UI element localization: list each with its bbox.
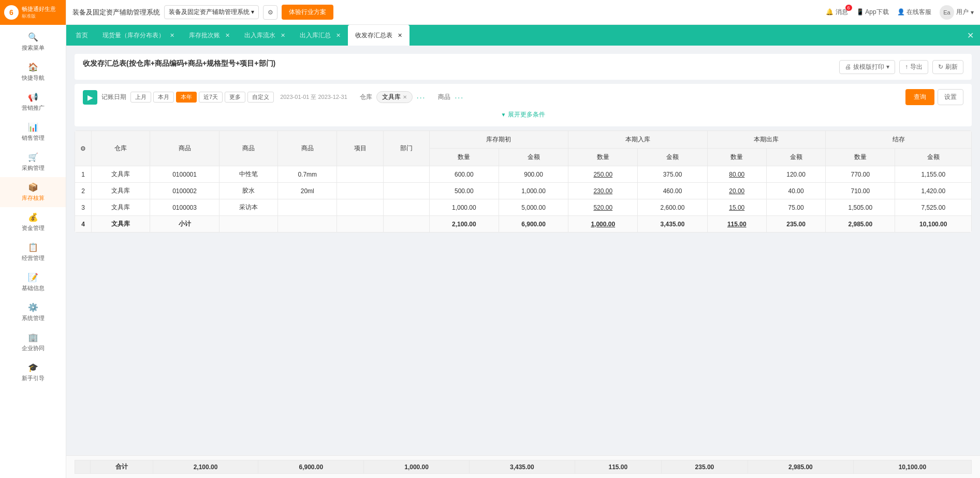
experience-btn[interactable]: 体验行业方案 — [282, 5, 333, 20]
sidebar: 6 畅捷通好生意 标准版 🔍 搜索菜单 🏠 快捷导航 📢 营销推广 📊 销售管理… — [0, 0, 66, 478]
sidebar-item-guide[interactable]: 🎓 新手引导 — [0, 357, 66, 387]
bottom-bar: 合计 2,100.00 6,900.00 1,000.00 3,435.00 1… — [66, 455, 980, 478]
tab-bar: 首页 现货量（库存分布表） ✕ 库存批次账 ✕ 出入库流水 ✕ 出入库汇总 ✕ … — [66, 25, 980, 46]
total-row: 合计 2,100.00 6,900.00 1,000.00 3,435.00 1… — [75, 460, 972, 474]
online-service-btn[interactable]: 👤 在线客服 — [897, 8, 931, 17]
total-close-qty: 2,985.00 — [748, 460, 854, 474]
th-closing: 结存 — [826, 131, 972, 149]
data-table: ⚙ 仓库 商品 商品 商品 — [75, 131, 972, 233]
service-icon: 👤 — [897, 8, 905, 16]
total-out-amount: 235.00 — [661, 460, 748, 474]
sidebar-item-finance[interactable]: 💰 资金管理 — [0, 207, 66, 237]
th-period-out: 本期出库 — [707, 131, 826, 149]
sidebar-item-operations[interactable]: 📋 经营管理 — [0, 237, 66, 267]
page-title: 收发存汇总表(按仓库+商品编码+商品+规格型号+项目+部门) — [83, 59, 275, 68]
tab-inout-flow[interactable]: 出入库流水 ✕ — [237, 25, 292, 46]
th-goods-spec: 商品 — [278, 131, 337, 166]
tab-close-inout-flow[interactable]: ✕ — [281, 33, 285, 38]
app-download-btn[interactable]: 📱 App下载 — [856, 8, 889, 17]
sidebar-item-marketing[interactable]: 📢 营销推广 — [0, 87, 66, 117]
th-out-qty: 数量 — [707, 149, 766, 166]
search-icon: 🔍 — [28, 32, 38, 42]
th-warehouse: 仓库 — [92, 131, 150, 166]
page-body: 收发存汇总表(按仓库+商品编码+商品+规格型号+项目+部门) 🖨 拔模版打印 ▾… — [66, 46, 980, 455]
th-period-in: 本期入库 — [568, 131, 707, 149]
refresh-btn[interactable]: ↻ 刷新 — [932, 60, 963, 74]
settings-btn[interactable]: 设置 — [938, 89, 963, 105]
tab-recv-send-summary[interactable]: 收发存汇总表 ✕ — [348, 25, 409, 46]
gear-button[interactable]: ⚙ — [263, 5, 277, 20]
logo-icon: 6 — [4, 5, 19, 20]
sidebar-item-enterprise[interactable]: 🏢 企业协同 — [0, 327, 66, 357]
notifications-btn[interactable]: 🔔 消息 6 — [826, 8, 847, 17]
tab-home[interactable]: 首页 — [68, 25, 95, 46]
tab-close-recv-send[interactable]: ✕ — [398, 33, 402, 38]
total-label: 合计 — [91, 460, 153, 474]
user-menu[interactable]: Ea 用户 ▾ — [940, 5, 974, 20]
table-row: 3 文具库 0100003 采访本 1,000.00 5,000.00 520.… — [75, 199, 972, 216]
sidebar-item-inventory[interactable]: 📦 库存核算 — [0, 177, 66, 207]
subtotal-row: 4 文具库 小计 2,100.00 6,900.00 1,000.00 3,43… — [75, 216, 972, 233]
sidebar-item-purchase[interactable]: 🛒 采购管理 — [0, 147, 66, 177]
date-btn-this-year[interactable]: 本年 — [176, 92, 197, 103]
main-content: 装备及固定资产辅助管理系统 装备及固定资产辅助管理系统 ▾ ⚙ 体验行业方案 🔔… — [66, 0, 980, 478]
date-filter-label: 记账日期 — [101, 93, 126, 102]
tab-close-stock-dist[interactable]: ✕ — [170, 33, 174, 38]
sidebar-logo: 6 畅捷通好生意 标准版 — [0, 0, 66, 25]
sidebar-item-search[interactable]: 🔍 搜索菜单 — [0, 27, 66, 57]
th-close-amount: 金额 — [895, 149, 972, 166]
th-out-amount: 金额 — [766, 149, 825, 166]
tab-stock-dist[interactable]: 现货量（库存分布表） ✕ — [95, 25, 182, 46]
system-dropdown[interactable]: 装备及固定资产辅助管理系统 ▾ — [164, 5, 259, 19]
print-btn[interactable]: 🖨 拔模版打印 ▾ — [839, 60, 895, 74]
expand-more-btn[interactable]: ▼ 展开更多条件 — [499, 108, 548, 121]
th-project: 项目 — [337, 131, 383, 166]
query-btn[interactable]: 查询 — [905, 89, 934, 105]
topbar: 装备及固定资产辅助管理系统 装备及固定资产辅助管理系统 ▾ ⚙ 体验行业方案 🔔… — [66, 0, 980, 25]
tab-inout-summary[interactable]: 出入库汇总 ✕ — [292, 25, 348, 46]
close-all-tabs-btn[interactable]: ✕ — [963, 31, 978, 40]
total-in-amount: 3,435.00 — [469, 460, 575, 474]
marketing-icon: 📢 — [28, 92, 38, 102]
total-out-qty: 115.00 — [575, 460, 661, 474]
warehouse-tag[interactable]: 文具库 ✕ — [376, 91, 413, 103]
th-settings[interactable]: ⚙ — [75, 131, 92, 166]
sales-icon: 📊 — [28, 122, 38, 132]
th-close-qty: 数量 — [826, 149, 895, 166]
date-btn-more[interactable]: 更多 — [225, 92, 245, 103]
tab-close-batch[interactable]: ✕ — [225, 33, 230, 38]
filter-expand-btn[interactable]: ▶ — [83, 90, 97, 105]
tab-batch[interactable]: 库存批次账 ✕ — [182, 25, 237, 46]
total-close-amount: 10,100.00 — [853, 460, 971, 474]
th-goods-code: 商品 — [150, 131, 219, 166]
sidebar-item-basic-info[interactable]: 📝 基础信息 — [0, 267, 66, 297]
sidebar-item-sales[interactable]: 📊 销售管理 — [0, 117, 66, 147]
th-open-amount: 金额 — [499, 149, 568, 166]
date-btn-custom[interactable]: 自定义 — [247, 92, 274, 103]
date-range: 2023-01-01 至 2023-12-31 — [280, 93, 347, 101]
logo-text: 畅捷通好生意 — [22, 5, 56, 13]
date-btn-last-month[interactable]: 上月 — [130, 92, 151, 103]
table-row: 1 文具库 0100001 中性笔 0.7mm 600.00 900.00 25… — [75, 166, 972, 183]
date-buttons: 上月 本月 本年 近7天 更多 自定义 — [130, 92, 274, 103]
logo-sub: 标准版 — [22, 13, 56, 20]
th-in-amount: 金额 — [638, 149, 707, 166]
warehouse-tag-remove[interactable]: ✕ — [403, 94, 407, 100]
system-title: 装备及固定资产辅助管理系统 — [72, 8, 160, 17]
finance-icon: 💰 — [28, 212, 38, 222]
basic-info-icon: 📝 — [28, 272, 38, 282]
avatar: Ea — [940, 5, 954, 20]
date-btn-this-month[interactable]: 本月 — [153, 92, 174, 103]
export-btn[interactable]: ↑ 导出 — [899, 60, 928, 74]
sidebar-item-quick-nav[interactable]: 🏠 快捷导航 — [0, 57, 66, 87]
expand-more-icon: ▼ — [501, 112, 506, 118]
goods-more-btn[interactable]: ··· — [455, 93, 464, 102]
tab-close-inout-summary[interactable]: ✕ — [336, 33, 341, 38]
sidebar-item-system[interactable]: ⚙️ 系统管理 — [0, 297, 66, 327]
guide-icon: 🎓 — [28, 363, 38, 372]
warehouse-filter-label: 仓库 — [360, 93, 372, 102]
purchase-icon: 🛒 — [28, 152, 38, 162]
warehouse-more-btn[interactable]: ··· — [417, 93, 426, 102]
export-icon: ↑ — [905, 63, 908, 70]
date-btn-7days[interactable]: 近7天 — [199, 92, 223, 103]
